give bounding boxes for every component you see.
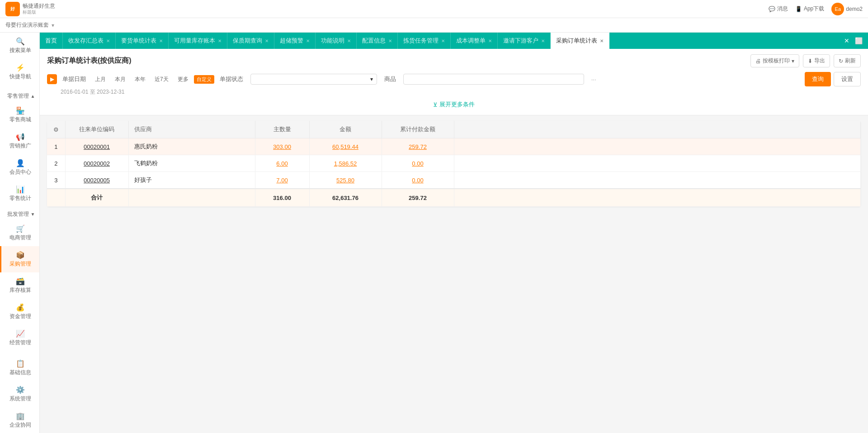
tab-config-info[interactable]: 配置信息 ✕ xyxy=(357,33,398,49)
cell-supplier: 飞鹤奶粉 xyxy=(128,155,255,172)
tab-order-stats[interactable]: 要货单统计表 ✕ xyxy=(116,33,169,49)
tab-shelf-query[interactable]: 保质期查询 ✕ xyxy=(227,33,274,49)
status-select[interactable]: ▾ xyxy=(250,74,377,85)
message-button[interactable]: 💬 消息 xyxy=(769,5,788,13)
cell-qty: 303.00 xyxy=(255,138,309,155)
date-opt-more[interactable]: 更多 xyxy=(174,75,192,84)
tab-close-icon[interactable]: ✕ xyxy=(541,38,545,43)
tab-close-icon[interactable]: ✕ xyxy=(106,38,110,43)
sidebar-item-ecommerce[interactable]: 🛒 电商管理 xyxy=(0,220,39,246)
tab-pickup-task[interactable]: 拣货任务管理 ✕ xyxy=(398,33,451,49)
filter-row-1: ▶ 单据日期 上月 本月 本年 近7天 更多 自定义 单据状态 xyxy=(47,72,861,86)
tab-maximize-button[interactable]: ⬜ xyxy=(853,36,864,45)
date-range-display: 2016-01-01 至 2023-12-31 xyxy=(47,88,861,96)
tab-home[interactable]: 首页 xyxy=(40,33,63,49)
more-options-icon[interactable]: ··· xyxy=(591,76,596,83)
stats-icon: 📊 xyxy=(16,185,25,194)
sidebar-item-quicknav[interactable]: ⚡ 快捷导航 xyxy=(0,59,39,85)
sidebar-item-system[interactable]: ⚙️ 系统管理 xyxy=(0,381,39,407)
cell-amount: 1,586.52 xyxy=(309,155,382,172)
tab-close-icon[interactable]: ✕ xyxy=(218,38,222,43)
message-icon: 💬 xyxy=(769,6,775,12)
sidebar-item-finance[interactable]: 💰 资金管理 xyxy=(0,299,39,325)
sidebar-item-search[interactable]: 🔍 搜索菜单 xyxy=(0,33,39,59)
tab-close-icon[interactable]: ✕ xyxy=(159,38,163,43)
tab-label: 收发存汇总表 xyxy=(68,37,104,45)
column-settings-icon[interactable]: ⚙ xyxy=(53,126,59,133)
tab-label: 采购订单统计表 xyxy=(556,37,597,45)
tab-close-icon[interactable]: ✕ xyxy=(441,38,445,43)
date-opt-last-month[interactable]: 上月 xyxy=(91,75,109,84)
cell-qty: 7.00 xyxy=(255,172,309,189)
tab-function-desc[interactable]: 功能说明 ✕ xyxy=(316,33,357,49)
workspace-selector[interactable]: 母婴行业演示账套 ▾ xyxy=(0,18,868,33)
sidebar-item-enterprise[interactable]: 🏢 企业协同 xyxy=(0,407,39,433)
filter-toggle-button[interactable]: ▶ xyxy=(47,74,57,84)
table-header-row: ⚙ 往来单位编码 供应商 主数量 金额 累计付款金额 xyxy=(47,121,861,138)
chevron-down-icon: ▾ xyxy=(52,22,54,29)
expand-more-button[interactable]: ⊻ 展开更多条件 xyxy=(433,98,475,111)
system-icon: ⚙️ xyxy=(16,385,25,394)
sidebar-item-purchase[interactable]: 📦 采购管理 xyxy=(0,246,39,272)
page-title-row: 采购订单统计表(按供应商) 🖨 按模板打印 ▾ ⬇ 导出 ↻ xyxy=(47,54,861,67)
member-icon: 👤 xyxy=(16,159,25,167)
tab-overstock[interactable]: 超储预警 ✕ xyxy=(274,33,316,49)
tab-close-icon[interactable]: ✕ xyxy=(265,38,269,43)
chevron-down-icon: ▾ xyxy=(370,76,373,82)
chevron-down-icon: ⊻ xyxy=(433,101,438,108)
user-menu[interactable]: Ea demo2 xyxy=(831,3,863,15)
tab-label: 配置信息 xyxy=(362,37,386,45)
tab-close-icon[interactable]: ✕ xyxy=(388,38,392,43)
sidebar-item-marketing[interactable]: 📢 营销推广 xyxy=(0,128,39,154)
sidebar-item-member[interactable]: 👤 会员中心 xyxy=(0,154,39,181)
sidebar-item-basic[interactable]: 📋 基础信息 xyxy=(0,355,39,381)
sidebar-item-wholesale[interactable]: 批发管理 ▼ xyxy=(0,207,39,220)
tab-receive-send[interactable]: 收发存汇总表 ✕ xyxy=(63,33,116,49)
export-icon: ⬇ xyxy=(808,58,812,64)
cell-supplier: 惠氏奶粉 xyxy=(128,138,255,155)
tab-close-all-button[interactable]: ✕ xyxy=(842,36,851,45)
date-opt-this-year[interactable]: 本年 xyxy=(131,75,149,84)
app-download-button[interactable]: 📱 App下载 xyxy=(795,5,824,13)
template-print-button[interactable]: 🖨 按模板打印 ▾ xyxy=(750,54,799,67)
filter-area: ▶ 单据日期 上月 本月 本年 近7天 更多 自定义 单据状态 xyxy=(47,72,861,96)
tab-label: 保质期查询 xyxy=(233,37,262,45)
refresh-icon: ↻ xyxy=(839,58,843,64)
tab-close-icon[interactable]: ✕ xyxy=(600,38,604,43)
cell-paid: 0.00 xyxy=(382,155,454,172)
col-header-code: 往来单位编码 xyxy=(65,121,128,138)
sidebar-item-operation[interactable]: 📈 经营管理 xyxy=(0,325,39,351)
tab-cost-adjust[interactable]: 成本调整单 ✕ xyxy=(451,33,498,49)
tab-label: 功能说明 xyxy=(321,37,344,45)
cell-code: 00020002 xyxy=(65,155,128,172)
sidebar-item-retail-mall[interactable]: 🏪 零售商城 xyxy=(0,102,39,128)
home-tab-label: 首页 xyxy=(45,37,57,45)
tab-label: 拣货任务管理 xyxy=(403,37,439,45)
sidebar: 🔍 搜索菜单 ⚡ 快捷导航 零售管理 ▲ 🏪 零售商城 📢 营销推广 👤 会员中… xyxy=(0,33,40,433)
settings-button[interactable]: 设置 xyxy=(834,72,861,86)
page-content: 采购订单统计表(按供应商) 🖨 按模板打印 ▾ ⬇ 导出 ↻ xyxy=(40,49,868,433)
date-opt-this-month[interactable]: 本月 xyxy=(111,75,129,84)
col-header-empty xyxy=(454,121,861,138)
tab-close-icon[interactable]: ✕ xyxy=(347,38,351,43)
refresh-button[interactable]: ↻ 刷新 xyxy=(834,54,861,67)
cell-amount: 525.80 xyxy=(309,172,382,189)
goods-input[interactable] xyxy=(403,74,584,85)
query-button[interactable]: 查询 xyxy=(805,72,831,86)
date-opt-7days[interactable]: 近7天 xyxy=(151,75,172,84)
cell-supplier: 好孩子 xyxy=(128,172,255,189)
sidebar-item-retail-stats[interactable]: 📊 零售统计 xyxy=(0,181,39,207)
print-icon: 🖨 xyxy=(755,58,761,64)
export-button[interactable]: ⬇ 导出 xyxy=(803,54,830,67)
col-header-settings[interactable]: ⚙ xyxy=(47,121,65,138)
basic-icon: 📋 xyxy=(16,359,25,368)
sidebar-item-inventory[interactable]: 🗃️ 库存核算 xyxy=(0,272,39,299)
sidebar-item-retail-manage[interactable]: 零售管理 ▲ xyxy=(0,89,39,102)
tab-close-icon[interactable]: ✕ xyxy=(488,38,492,43)
tab-close-icon[interactable]: ✕ xyxy=(306,38,310,43)
tab-invite-downstream[interactable]: 邀请下游客户 ✕ xyxy=(498,33,551,49)
cell-num: 2 xyxy=(47,155,65,172)
chevron-down-icon-wholesale: ▼ xyxy=(31,212,35,217)
tab-available-inventory[interactable]: 可用量库存账本 ✕ xyxy=(169,33,227,49)
tab-purchase-order-stats[interactable]: 采购订单统计表 ✕ xyxy=(551,33,609,49)
